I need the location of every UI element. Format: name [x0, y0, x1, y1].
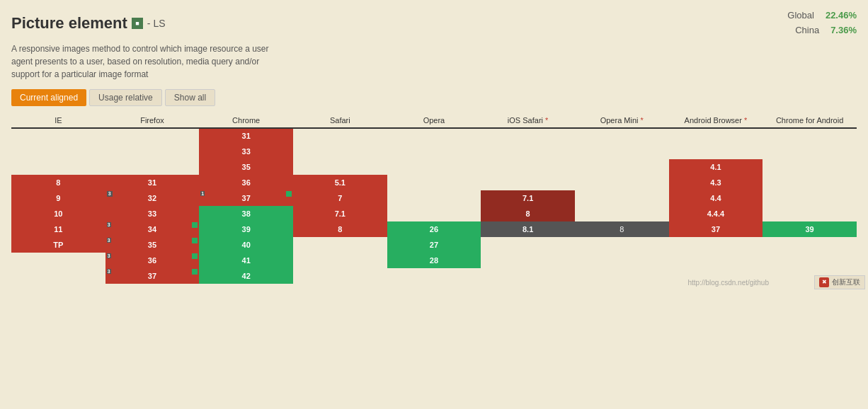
cell-opmini-r6: [575, 206, 669, 221]
show-all-button[interactable]: Show all: [165, 89, 215, 106]
cell-and-curr: 37: [669, 221, 763, 237]
table-row: 35 4.1: [11, 159, 857, 175]
china-label: China: [795, 23, 819, 38]
cell-cand-r4: [763, 175, 857, 190]
cell-ff-r1: [105, 128, 200, 144]
th-opera-mini: Opera Mini *: [575, 113, 669, 128]
cell-ie-r2: [11, 144, 105, 159]
cell-and-r3: 4.1: [669, 159, 763, 175]
cell-chrome-r6: 38: [199, 206, 293, 221]
cell-opmini-r4: [575, 175, 669, 190]
cell-ios-r2: [481, 144, 575, 159]
th-chrome: Chrome: [199, 113, 293, 128]
badge-ff-f3: 3: [107, 269, 111, 274]
china-badge-text: 创新互联: [832, 277, 860, 287]
table-row: 10 33 38 7.1 8 4.4.4: [11, 206, 857, 221]
cell-opmini-f1: [575, 237, 669, 253]
china-badge-icon: ✖: [819, 277, 829, 287]
cell-cand-f1: [763, 237, 857, 253]
badge-ff-f1: 3: [107, 238, 111, 243]
table-body: 31 33: [11, 128, 857, 284]
th-safari: Safari: [293, 113, 387, 128]
cell-chrome-r2: 33: [199, 144, 293, 159]
cell-cand-r5: [763, 190, 857, 206]
cell-ios-f3: [481, 268, 575, 284]
current-version-row: 11 3 34 39 8 26 8.1 8 37 39: [11, 221, 857, 237]
title-row: Picture element ■ - LS Global 22.46% Chi…: [11, 8, 857, 38]
cell-ff-r4: 31: [105, 175, 200, 190]
footer-url: http://blog.csdn.net/github: [687, 279, 769, 287]
global-value: 22.46%: [826, 8, 857, 23]
china-badge: ✖ 创新互联: [814, 275, 865, 289]
cell-ios-r1: [481, 128, 575, 144]
cell-ff-f3: 3 37: [105, 268, 200, 284]
button-row: Current aligned Usage relative Show all: [11, 89, 857, 106]
mini-badge-top-right-chrome-r5: [286, 191, 292, 197]
cell-ios-f1: [481, 237, 575, 253]
compat-table: IE Firefox Chrome Safari Opera iOS Safar…: [11, 113, 857, 284]
cell-ie-f3: [11, 268, 105, 284]
current-aligned-button[interactable]: Current aligned: [11, 89, 86, 106]
badge-right-ff-curr: [192, 222, 198, 228]
description: A responsive images method to control wh…: [11, 42, 351, 81]
cell-safari-r3: [293, 159, 387, 175]
cell-cand-r3: [763, 159, 857, 175]
cell-and-r6: 4.4.4: [669, 206, 763, 221]
th-opera: Opera: [387, 113, 481, 128]
cell-and-f1: [669, 237, 763, 253]
title-ls: - LS: [147, 18, 166, 29]
table-row: TP 3 35 40 27: [11, 237, 857, 253]
cell-opmini-r2: [575, 144, 669, 159]
china-stat-row: China 7.36%: [787, 23, 857, 38]
cell-chrome-curr: 39: [199, 221, 293, 237]
usage-relative-button[interactable]: Usage relative: [89, 89, 162, 106]
cell-and-r4: 4.3: [669, 175, 763, 190]
cell-opera-curr: 26: [387, 221, 481, 237]
table-row: 3 36 41 28: [11, 253, 857, 268]
cell-ff-f1: 3 35: [105, 237, 200, 253]
cell-cand-r2: [763, 144, 857, 159]
global-stat-row: Global 22.46%: [787, 8, 857, 23]
cell-ios-f2: [481, 253, 575, 268]
cell-chrome-r3: 35: [199, 159, 293, 175]
china-value: 7.36%: [830, 23, 857, 38]
cell-opmini-r1: [575, 128, 669, 144]
cell-chrome-r5: 1 37: [199, 190, 293, 206]
cell-cand-f2: [763, 253, 857, 268]
cell-chrome-f2: 41: [199, 253, 293, 268]
cell-opmini-f2: [575, 253, 669, 268]
cell-ie-r5: 9: [11, 190, 105, 206]
compat-table-wrap: IE Firefox Chrome Safari Opera iOS Safar…: [11, 113, 857, 284]
cell-safari-r4: 5.1: [293, 175, 387, 190]
cell-ios-r4: [481, 175, 575, 190]
cell-ie-r3: [11, 159, 105, 175]
cell-chrome-r4: 36: [199, 175, 293, 190]
cell-cand-r1: [763, 128, 857, 144]
cell-chrome-f3: 42: [199, 268, 293, 284]
cell-opmini-r3: [575, 159, 669, 175]
cell-opera-r1: [387, 128, 481, 144]
document-icon[interactable]: ■: [132, 18, 143, 29]
cell-and-f2: [669, 253, 763, 268]
cell-opera-r3: [387, 159, 481, 175]
cell-ff-f2: 3 36: [105, 253, 200, 268]
cell-ios-r6: 8: [481, 206, 575, 221]
cell-opera-f3: [387, 268, 481, 284]
cell-and-r2: [669, 144, 763, 159]
cell-opmini-f3: [575, 268, 669, 284]
global-label: Global: [787, 8, 814, 23]
cell-opera-r2: [387, 144, 481, 159]
header-row: IE Firefox Chrome Safari Opera iOS Safar…: [11, 113, 857, 128]
page-container: Picture element ■ - LS Global 22.46% Chi…: [0, 0, 868, 292]
cell-ff-r2: [105, 144, 200, 159]
cell-opera-r6: [387, 206, 481, 221]
cell-opmini-r5: [575, 190, 669, 206]
cell-opera-f1: 27: [387, 237, 481, 253]
th-chrome-android: Chrome for Android: [763, 113, 857, 128]
cell-chrome-r1: 31: [199, 128, 293, 144]
page-title: Picture element: [11, 14, 127, 33]
table-row: 33: [11, 144, 857, 159]
cell-safari-r1: [293, 128, 387, 144]
th-android-browser: Android Browser *: [669, 113, 763, 128]
cell-ff-curr: 3 34: [105, 221, 200, 237]
